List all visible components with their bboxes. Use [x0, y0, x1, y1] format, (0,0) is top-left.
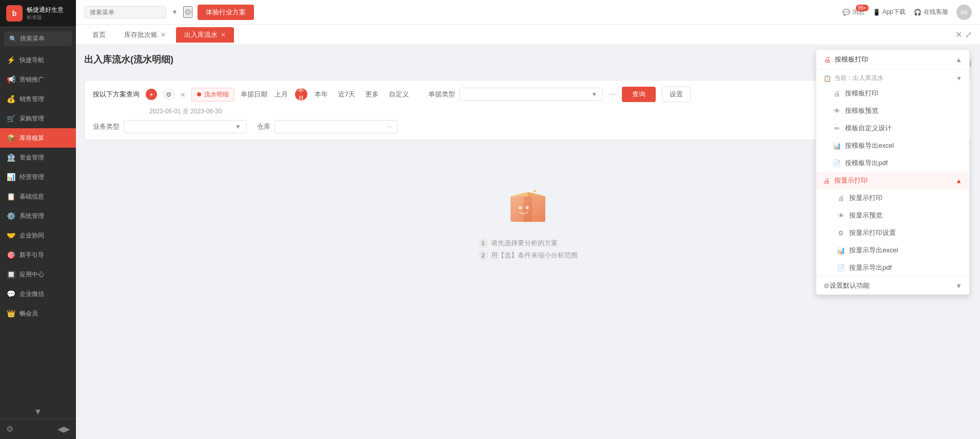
scroll-down-button[interactable]: ▼ — [34, 407, 42, 416]
search-icon: 🔍 — [9, 35, 17, 43]
warehouse-label: 仓库 — [257, 122, 270, 131]
add-condition-button[interactable]: + — [146, 89, 157, 100]
display-section-header[interactable]: 🖨 按显示打印 ▲ — [816, 172, 969, 189]
svg-point-9 — [525, 206, 529, 210]
app-download-button[interactable]: 📱 App下载 — [873, 8, 906, 16]
svg-marker-1 — [511, 192, 528, 196]
date-label: 单据日期 — [241, 90, 267, 99]
date-last-month[interactable]: 上月 — [271, 89, 291, 100]
sidebar-item-label: 新手引导 — [19, 251, 44, 260]
industry-btn[interactable]: 体验行业方案 — [198, 5, 254, 20]
tab-inout-flow[interactable]: 出入库流水 ✕ — [176, 27, 234, 43]
display-excel-label: 按显示导出excel — [849, 246, 898, 255]
sidebar-item-marketing[interactable]: 📢 营销推广 — [0, 70, 76, 89]
sidebar-item-basic[interactable]: 📋 基础信息 — [0, 187, 76, 206]
collapse-button[interactable]: « — [181, 90, 185, 99]
doc-type-input[interactable]: ▼ — [459, 88, 603, 101]
print-current-header: 📋 当前：出入库流水 ▼ — [816, 70, 969, 85]
hint-item-2: 2 用【选】条件来缩小分析范围 — [479, 251, 578, 260]
sidebar-item-enterprise[interactable]: 🤝 企业协同 — [0, 226, 76, 245]
display-section-chevron: ▲ — [955, 177, 962, 185]
sidebar-search-area[interactable]: 🔍 搜索菜单 — [0, 27, 76, 50]
inout-flow-tab-close[interactable]: ✕ — [221, 31, 226, 38]
template-preview-item[interactable]: 👁 按模板预览 — [816, 102, 969, 119]
print-dropdown-header[interactable]: 🖨 按模板打印 ▲ — [816, 50, 969, 70]
sidebar-item-finance[interactable]: 🏦 资金管理 — [0, 148, 76, 167]
print-current-label: 📋 当前：出入库流水 — [824, 74, 884, 83]
online-service-button[interactable]: 🎧 在线客服 — [914, 8, 948, 16]
date-7days[interactable]: 近7天 — [335, 89, 358, 100]
svg-point-8 — [519, 206, 522, 210]
date-this-year[interactable]: 本年 — [311, 89, 331, 100]
sidebar-item-wechat[interactable]: 💬 企业微信 — [0, 284, 76, 304]
template-custom-item[interactable]: ✏ 模板自定义设计 — [816, 119, 969, 137]
set-default-label: 设置默认功能 — [830, 281, 870, 290]
biz-type-chevron: ▼ — [235, 123, 241, 130]
display-settings-label: 按显示打印设置 — [849, 228, 896, 237]
sidebar-item-operations[interactable]: 📊 经营管理 — [0, 167, 76, 187]
sidebar-item-inventory[interactable]: 📦 库存核算 — [0, 128, 76, 148]
sidebar-item-system[interactable]: ⚙️ 系统管理 — [0, 206, 76, 226]
quick-nav-icon: ⚡ — [6, 55, 15, 65]
template-excel-item[interactable]: 📊 按模板导出excel — [816, 137, 969, 154]
warehouse-input[interactable]: ··· — [275, 120, 398, 133]
print-dropdown-title: 🖨 按模板打印 — [824, 55, 868, 64]
filter-tag-liushui[interactable]: 流水明细 — [191, 88, 234, 102]
topbar-gear-button[interactable]: ⚙ — [183, 6, 192, 18]
more-actions-button[interactable]: ··· — [609, 90, 616, 99]
current-template-icon: 📋 — [824, 75, 831, 82]
template-print-label: 按模板打印 — [845, 89, 878, 98]
sidebar-item-label: 应用中心 — [19, 270, 44, 279]
sidebar-item-vip[interactable]: 👑 畅会员 — [0, 304, 76, 323]
guide-icon: 🎯 — [6, 250, 15, 260]
sidebar-item-purchase[interactable]: 🛒 采购管理 — [0, 109, 76, 128]
settings-button[interactable]: 设置 — [662, 87, 691, 102]
display-print-item[interactable]: 🖨 按显示打印 — [816, 189, 969, 207]
display-pdf-item[interactable]: 📄 按显示导出pdf — [816, 259, 969, 276]
display-preview-item[interactable]: 👁 按显示预览 — [816, 207, 969, 224]
sidebar-scroll-down[interactable]: ▼ — [0, 405, 76, 418]
template-preview-label: 按模板预览 — [845, 106, 878, 115]
date-this-month[interactable]: 本月 — [295, 88, 307, 101]
collapse-sidebar-button[interactable]: ◀▶ — [57, 424, 70, 434]
sidebar-item-label: 畅会员 — [19, 309, 38, 318]
topbar-search-input[interactable] — [84, 6, 166, 18]
tab-close-all-button[interactable]: ✕ — [955, 30, 962, 39]
set-default-item[interactable]: ⚙ 设置默认功能 ▼ — [816, 276, 969, 294]
tab-inventory-batch[interactable]: 库存批次账 ✕ — [116, 27, 174, 43]
sidebar-item-label: 企业微信 — [19, 290, 44, 298]
template-pdf-item[interactable]: 📄 按模板导出pdf — [816, 154, 969, 172]
system-icon: ⚙️ — [6, 211, 15, 221]
display-section-icon: 🖨 — [824, 177, 830, 185]
date-custom[interactable]: 自定义 — [386, 89, 412, 100]
sidebar-item-quick-nav[interactable]: ⚡ 快捷导航 — [0, 50, 76, 70]
hint-item-1: 1 请先选择要分析的方案 — [479, 238, 578, 248]
finance-icon: 🏦 — [6, 153, 15, 162]
template-print-item[interactable]: 🖨 按模板打印 — [816, 85, 969, 102]
sidebar-item-sales[interactable]: 💰 销售管理 — [0, 89, 76, 109]
search-menu-button[interactable]: 🔍 搜索菜单 — [4, 31, 72, 46]
sidebar-item-apps[interactable]: 🔲 应用中心 — [0, 265, 76, 284]
date-more[interactable]: 更多 — [362, 89, 382, 100]
current-template-text: 当前：出入库流水 — [834, 74, 884, 83]
settings-footer-button[interactable]: ⚙ — [6, 424, 13, 434]
biz-type-input[interactable]: ▼ — [124, 120, 247, 133]
hint-num-1: 1 — [479, 238, 488, 248]
display-print-label: 按显示打印 — [849, 193, 883, 203]
logo-icon: b — [6, 5, 23, 22]
inventory-batch-tab-close[interactable]: ✕ — [161, 31, 166, 38]
sidebar-item-label: 销售管理 — [19, 95, 44, 104]
msg-button[interactable]: 💬 消息 99+ — [842, 8, 865, 16]
sidebar-item-guide[interactable]: 🎯 新手引导 — [0, 245, 76, 265]
filter-dot — [197, 92, 201, 96]
topbar-chevron-icon[interactable]: ▼ — [171, 8, 178, 16]
set-condition-button[interactable]: ⚙ — [163, 89, 174, 100]
display-settings-item[interactable]: ⚙ 按显示打印设置 — [816, 224, 969, 242]
query-execute-button[interactable]: 查询 — [622, 87, 656, 102]
display-preview-icon: 👁 — [837, 211, 845, 220]
user-avatar[interactable]: Rit — [956, 5, 972, 20]
display-excel-item[interactable]: 📊 按显示导出excel — [816, 242, 969, 259]
tab-maximize-button[interactable]: ⤢ — [965, 30, 972, 39]
service-label: 在线客服 — [924, 8, 948, 16]
tab-home[interactable]: 首页 — [84, 27, 114, 43]
